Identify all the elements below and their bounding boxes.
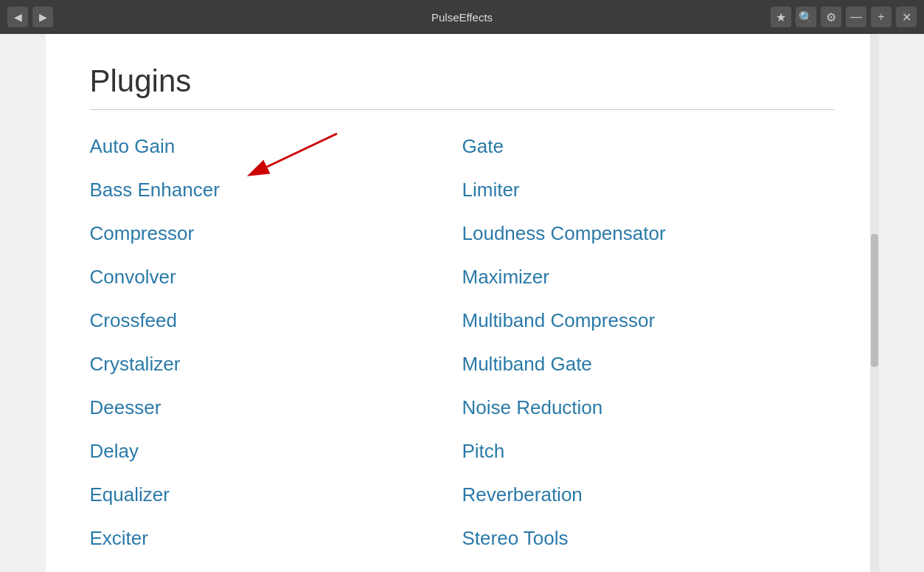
- back-button[interactable]: ◀: [7, 7, 28, 27]
- main-area: Plugins Auto Gain Bass Enhancer: [0, 34, 924, 572]
- titlebar-nav: ◀ ▶: [7, 7, 53, 27]
- plugin-maximizer[interactable]: Maximizer: [462, 255, 835, 299]
- app-title: PulseEffects: [431, 11, 493, 24]
- plugins-grid: Auto Gain Bass Enhancer Compressor Convo…: [90, 125, 835, 572]
- plugin-delay[interactable]: Delay: [90, 430, 462, 473]
- plugins-left-column: Auto Gain Bass Enhancer Compressor Convo…: [90, 125, 462, 572]
- plugin-compressor[interactable]: Compressor: [90, 212, 462, 255]
- content-wrapper: Plugins Auto Gain Bass Enhancer: [46, 34, 879, 572]
- plugin-exciter[interactable]: Exciter: [90, 517, 462, 560]
- plugin-bass-enhancer[interactable]: Bass Enhancer: [90, 168, 462, 212]
- close-button[interactable]: ✕: [896, 7, 917, 27]
- star-button[interactable]: ★: [771, 7, 791, 27]
- title-divider: [90, 109, 835, 110]
- search-button[interactable]: 🔍: [796, 7, 816, 27]
- plugin-filter[interactable]: Filter: [90, 560, 462, 572]
- forward-button[interactable]: ▶: [32, 7, 53, 27]
- plugin-webrtc[interactable]: Webrtc: [462, 560, 835, 572]
- plugin-noise-reduction[interactable]: Noise Reduction: [462, 386, 835, 430]
- plugin-multiband-compressor[interactable]: Multiband Compressor: [462, 299, 835, 342]
- titlebar-controls: ★ 🔍 ⚙ — + ✕: [771, 7, 917, 27]
- plugin-deesser[interactable]: Deesser: [90, 386, 462, 430]
- plugin-pitch[interactable]: Pitch: [462, 430, 835, 473]
- plugin-equalizer[interactable]: Equalizer: [90, 473, 462, 517]
- plugin-limiter[interactable]: Limiter: [462, 168, 835, 212]
- plugin-gate[interactable]: Gate: [462, 125, 835, 168]
- plugin-reverberation[interactable]: Reverberation: [462, 473, 835, 517]
- maximize-button[interactable]: +: [871, 7, 892, 27]
- settings-button[interactable]: ⚙: [821, 7, 841, 27]
- plugins-right-column: Gate Limiter Loudness Compensator Maximi…: [462, 125, 835, 572]
- scrollbar[interactable]: [870, 34, 879, 572]
- titlebar: ◀ ▶ PulseEffects ★ 🔍 ⚙ — + ✕: [0, 0, 924, 34]
- content-inner: Plugins Auto Gain Bass Enhancer: [46, 34, 879, 572]
- plugin-auto-gain[interactable]: Auto Gain: [90, 125, 462, 168]
- plugin-crossfeed[interactable]: Crossfeed: [90, 299, 462, 342]
- page-title: Plugins: [90, 63, 835, 99]
- plugin-multiband-gate[interactable]: Multiband Gate: [462, 342, 835, 386]
- plugin-stereo-tools[interactable]: Stereo Tools: [462, 517, 835, 560]
- minimize-button[interactable]: —: [846, 7, 866, 27]
- scrollbar-thumb[interactable]: [871, 234, 878, 367]
- plugin-loudness-compensator[interactable]: Loudness Compensator: [462, 212, 835, 255]
- plugin-convolver[interactable]: Convolver: [90, 255, 462, 299]
- plugin-crystalizer[interactable]: Crystalizer: [90, 342, 462, 386]
